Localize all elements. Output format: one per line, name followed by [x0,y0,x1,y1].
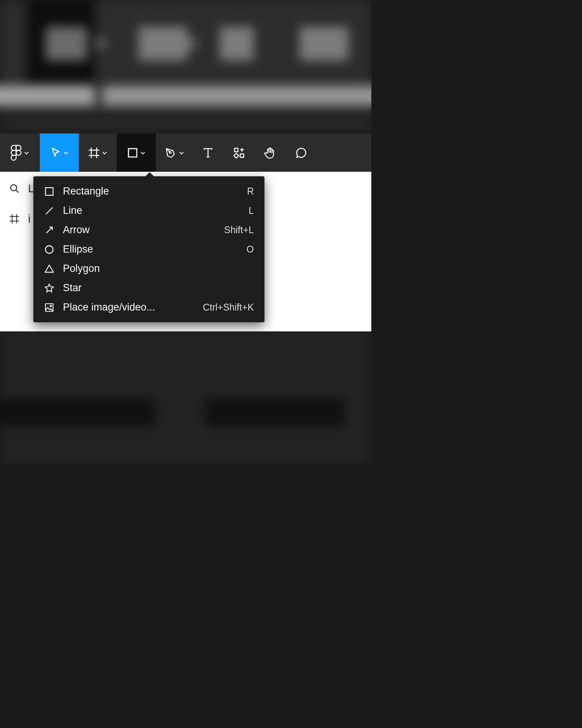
top-toolbar [0,133,371,172]
polygon-icon [42,264,56,274]
cursor-icon [50,147,61,158]
menu-item-label: Line [63,205,244,217]
svg-rect-19 [45,188,53,195]
comment-tool-button[interactable] [286,133,317,172]
menu-item-polygon[interactable]: Polygon [33,259,264,278]
menu-item-label: Star [63,282,249,294]
move-tool-button[interactable] [40,133,79,172]
figma-logo-icon [11,145,22,161]
main-menu-button[interactable] [0,133,40,172]
layer-row[interactable]: i [0,205,31,232]
shape-tool-button[interactable] [117,133,156,172]
rectangle-icon [42,187,56,196]
frame-icon [9,213,20,224]
chevron-down-icon [63,150,69,156]
menu-item-shortcut: Ctrl+Shift+K [203,302,254,313]
svg-rect-8 [235,148,238,152]
menu-item-shortcut: L [249,205,254,216]
svg-point-13 [11,185,17,191]
svg-rect-5 [128,149,137,157]
menu-item-ellipse[interactable]: Ellipse O [33,240,264,259]
menu-item-shortcut: O [247,244,254,255]
svg-point-22 [45,246,53,253]
rectangle-icon [127,147,138,158]
hand-tool-button[interactable] [255,133,286,172]
menu-item-label: Place image/video... [63,301,198,313]
frame-icon [88,147,100,159]
svg-rect-9 [234,153,239,158]
pen-icon [164,146,177,159]
resources-button[interactable] [224,133,255,172]
image-icon [42,303,56,312]
menu-item-label: Rectangle [63,185,242,197]
chevron-down-icon [140,150,146,156]
layer-name: i [28,212,31,225]
menu-item-label: Arrow [63,224,219,236]
svg-line-20 [46,207,53,214]
menu-item-line[interactable]: Line L [33,201,264,220]
layers-search[interactable]: L [0,175,34,202]
ellipse-icon [42,245,56,254]
svg-point-24 [50,305,52,307]
pen-tool-button[interactable] [156,133,192,172]
chevron-down-icon [23,150,30,156]
star-icon [42,283,56,293]
menu-item-shortcut: Shift+L [224,224,254,235]
menu-item-shortcut: R [247,186,254,197]
search-icon [9,183,20,194]
menu-item-label: Polygon [63,263,249,275]
comment-icon [295,147,307,159]
hand-icon [264,146,277,159]
menu-item-arrow[interactable]: Arrow Shift+L [33,220,264,240]
svg-rect-10 [240,154,244,157]
chevron-down-icon [178,150,185,156]
arrow-icon [42,225,56,235]
text-icon [202,147,214,158]
text-tool-button[interactable] [192,133,224,172]
menu-item-rectangle[interactable]: Rectangle R [33,182,264,201]
svg-line-21 [46,227,52,233]
menu-item-place-image[interactable]: Place image/video... Ctrl+Shift+K [33,298,264,317]
frame-tool-button[interactable] [79,133,117,172]
shape-tools-menu: Rectangle R Line L Arrow Shift+L Ellipse… [33,176,264,322]
svg-line-14 [16,190,19,193]
chevron-down-icon [102,150,108,156]
resources-icon [233,147,245,159]
line-icon [42,206,56,216]
menu-item-star[interactable]: Star [33,278,264,298]
menu-item-label: Ellipse [63,243,242,255]
svg-point-0 [16,150,21,155]
